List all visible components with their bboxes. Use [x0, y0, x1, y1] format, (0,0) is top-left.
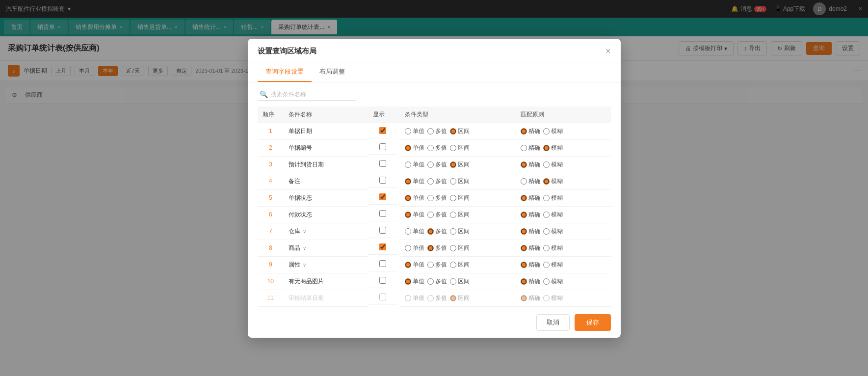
match-option-精确[interactable]: 精确 [521, 261, 540, 269]
type-option-区间[interactable]: 区间 [450, 211, 470, 219]
search-input[interactable] [271, 91, 349, 98]
modal-close-button[interactable]: × [605, 47, 611, 55]
row-show[interactable] [368, 156, 397, 171]
th-name: 条件名称 [284, 107, 368, 123]
type-option-单值[interactable]: 单值 [405, 127, 424, 135]
row-show[interactable] [368, 256, 397, 271]
type-option-多值[interactable]: 多值 [427, 294, 447, 302]
modal-tab-layout[interactable]: 布局调整 [312, 62, 353, 82]
type-option-多值[interactable]: 多值 [427, 127, 447, 135]
modal-header: 设置查询区域布局 × [248, 39, 621, 62]
match-option-模糊[interactable]: 模糊 [543, 294, 563, 302]
type-option-多值[interactable]: 多值 [427, 227, 447, 236]
type-option-多值[interactable]: 多值 [427, 261, 447, 269]
type-option-多值[interactable]: 多值 [427, 161, 447, 169]
match-option-模糊[interactable]: 模糊 [543, 261, 563, 269]
type-option-单值[interactable]: 单值 [405, 294, 424, 302]
row-show[interactable] [368, 223, 397, 238]
row-show[interactable] [368, 240, 397, 255]
row-order: 2 [258, 139, 284, 156]
match-option-精确[interactable]: 精确 [521, 161, 540, 169]
match-option-精确[interactable]: 精确 [521, 244, 540, 252]
row-match: 精确模糊 [516, 173, 610, 189]
match-option-模糊[interactable]: 模糊 [543, 127, 563, 135]
show-checkbox[interactable] [379, 294, 386, 300]
match-option-模糊[interactable]: 模糊 [543, 161, 563, 169]
type-option-多值[interactable]: 多值 [427, 194, 447, 202]
row-match: 精确模糊 [516, 290, 610, 306]
row-match: 精确模糊 [516, 223, 610, 240]
match-option-精确[interactable]: 精确 [521, 177, 540, 186]
match-option-模糊[interactable]: 模糊 [543, 194, 563, 202]
match-option-精确[interactable]: 精确 [521, 294, 540, 302]
row-show[interactable] [368, 189, 397, 205]
type-option-区间[interactable]: 区间 [450, 277, 470, 286]
match-option-精确[interactable]: 精确 [521, 127, 540, 135]
search-icon: 🔍 [260, 90, 268, 98]
show-checkbox[interactable] [379, 193, 386, 200]
show-checkbox[interactable] [379, 143, 386, 150]
type-option-多值[interactable]: 多值 [427, 144, 447, 152]
row-name: 单据编号 [284, 139, 368, 156]
row-order: 6 [258, 206, 284, 223]
type-option-多值[interactable]: 多值 [427, 177, 447, 186]
cancel-button[interactable]: 取消 [536, 314, 570, 331]
match-option-模糊[interactable]: 模糊 [543, 227, 563, 236]
match-option-精确[interactable]: 精确 [521, 227, 540, 236]
type-option-区间[interactable]: 区间 [450, 127, 470, 135]
show-checkbox[interactable] [379, 160, 386, 167]
modal-tab-query-fields[interactable]: 查询字段设置 [258, 62, 312, 82]
match-option-模糊[interactable]: 模糊 [543, 144, 563, 152]
show-checkbox[interactable] [379, 243, 386, 250]
show-checkbox[interactable] [379, 277, 386, 284]
type-option-区间[interactable]: 区间 [450, 244, 470, 252]
show-checkbox[interactable] [379, 227, 386, 234]
match-option-精确[interactable]: 精确 [521, 211, 540, 219]
row-type: 单值多值区间 [400, 139, 516, 156]
row-show[interactable] [368, 139, 397, 155]
type-option-区间[interactable]: 区间 [450, 144, 470, 152]
modal-footer: 取消 保存 [248, 307, 621, 338]
type-option-区间[interactable]: 区间 [450, 261, 470, 269]
match-option-模糊[interactable]: 模糊 [543, 277, 563, 286]
type-option-区间[interactable]: 区间 [450, 161, 470, 169]
type-option-多值[interactable]: 多值 [427, 277, 447, 286]
row-match: 精确模糊 [516, 206, 610, 223]
show-checkbox[interactable] [379, 127, 386, 134]
match-option-精确[interactable]: 精确 [521, 194, 540, 202]
row-name: 付款状态 [284, 206, 368, 223]
type-option-区间[interactable]: 区间 [450, 294, 470, 302]
show-checkbox[interactable] [379, 260, 386, 267]
type-option-区间[interactable]: 区间 [450, 194, 470, 202]
save-button[interactable]: 保存 [575, 314, 611, 331]
row-order: 9 [258, 256, 284, 273]
row-name: 属性 ∨ [284, 256, 368, 273]
type-option-单值[interactable]: 单值 [405, 177, 424, 186]
type-option-多值[interactable]: 多值 [427, 211, 447, 219]
type-option-单值[interactable]: 单值 [405, 161, 424, 169]
type-option-单值[interactable]: 单值 [405, 261, 424, 269]
type-option-单值[interactable]: 单值 [405, 277, 424, 286]
row-show[interactable] [368, 123, 397, 138]
row-show[interactable] [368, 273, 397, 288]
row-type: 单值多值区间 [400, 240, 516, 256]
th-match: 匹配原则 [516, 107, 610, 123]
row-show[interactable] [368, 206, 397, 221]
match-option-模糊[interactable]: 模糊 [543, 211, 563, 219]
type-option-多值[interactable]: 多值 [427, 244, 447, 252]
match-option-精确[interactable]: 精确 [521, 277, 540, 286]
row-show[interactable] [368, 173, 397, 188]
row-show[interactable] [368, 290, 397, 305]
show-checkbox[interactable] [379, 210, 386, 217]
type-option-单值[interactable]: 单值 [405, 227, 424, 236]
show-checkbox[interactable] [379, 177, 386, 184]
match-option-模糊[interactable]: 模糊 [543, 244, 563, 252]
type-option-单值[interactable]: 单值 [405, 244, 424, 252]
type-option-单值[interactable]: 单值 [405, 194, 424, 202]
type-option-区间[interactable]: 区间 [450, 227, 470, 236]
match-option-精确[interactable]: 精确 [521, 144, 540, 152]
type-option-单值[interactable]: 单值 [405, 211, 424, 219]
type-option-单值[interactable]: 单值 [405, 144, 424, 152]
type-option-区间[interactable]: 区间 [450, 177, 470, 186]
match-option-模糊[interactable]: 模糊 [543, 177, 563, 186]
